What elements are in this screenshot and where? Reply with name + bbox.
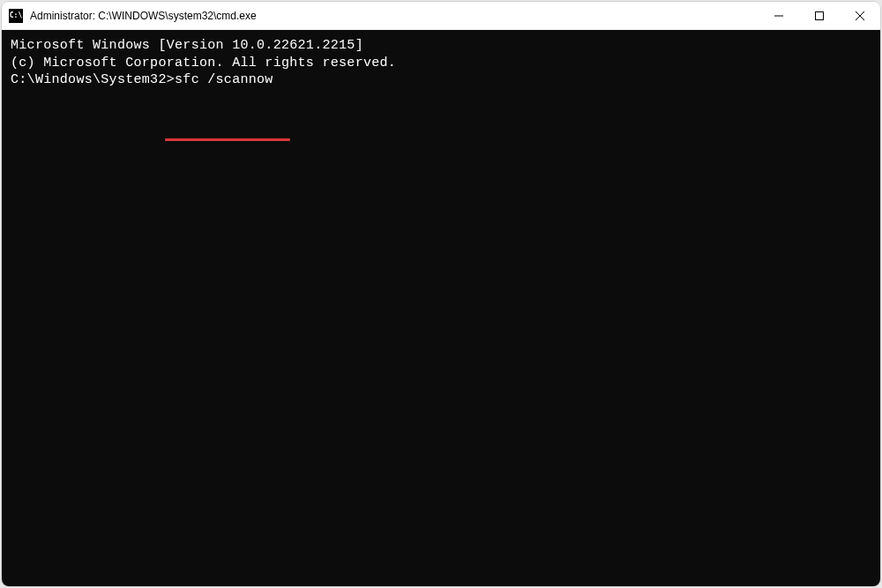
minimize-button[interactable] (759, 2, 799, 29)
minimize-icon (774, 11, 783, 20)
window-title: Administrator: C:\WINDOWS\system32\cmd.e… (30, 10, 759, 22)
terminal-prompt-line: C:\Windows\System32>sfc /scannow (11, 71, 871, 89)
maximize-icon (815, 11, 824, 20)
terminal-prompt: C:\Windows\System32> (11, 72, 175, 87)
terminal-output-line: (c) Microsoft Corporation. All rights re… (11, 55, 871, 72)
svg-rect-1 (816, 11, 824, 19)
close-button[interactable] (840, 2, 880, 29)
annotation-underline (165, 138, 290, 141)
terminal-command-input[interactable]: sfc /scannow (175, 72, 273, 87)
cmd-app-icon-text: C:\ (10, 12, 22, 19)
close-icon (856, 11, 864, 20)
maximize-button[interactable] (799, 2, 840, 29)
titlebar[interactable]: C:\ Administrator: C:\WINDOWS\system32\c… (2, 2, 880, 30)
terminal-area[interactable]: Microsoft Windows [Version 10.0.22621.22… (2, 30, 880, 586)
terminal-output-line: Microsoft Windows [Version 10.0.22621.22… (11, 37, 871, 55)
command-prompt-window: C:\ Administrator: C:\WINDOWS\system32\c… (2, 2, 880, 586)
window-controls (759, 2, 880, 29)
cmd-app-icon: C:\ (9, 9, 23, 23)
